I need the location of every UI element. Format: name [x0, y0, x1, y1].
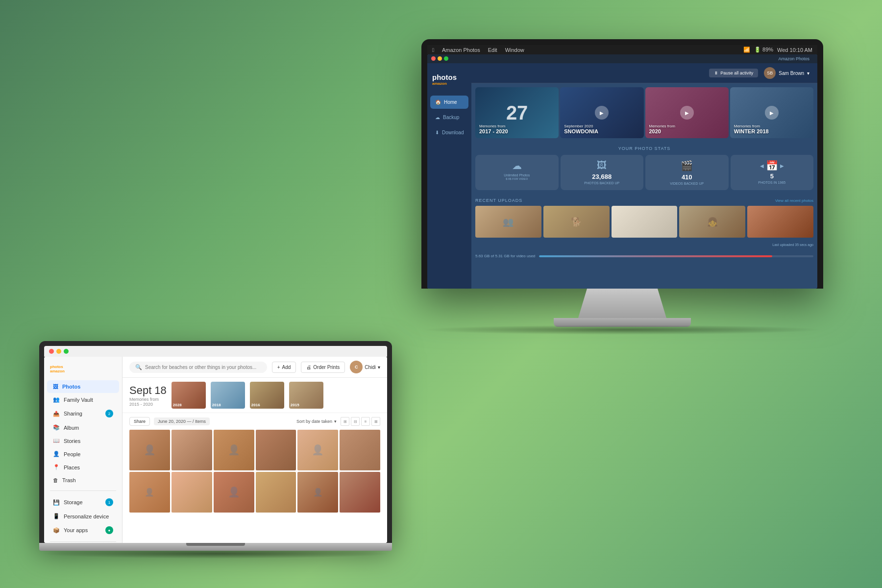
search-input[interactable]	[145, 365, 261, 370]
hero-sub: Memories from	[479, 124, 508, 128]
grid-view-1-button[interactable]: ⊞	[341, 417, 349, 426]
laptop-nav-your-apps[interactable]: 📦 Your apps ●	[47, 523, 119, 538]
sort-button[interactable]: Sort by date taken ▾	[296, 419, 337, 424]
minimize-button[interactable]	[438, 56, 442, 61]
laptop-nav-album[interactable]: 📚 Album	[47, 421, 119, 434]
snowdonia-bg: ▶ September 2020 SNOWDONIA	[560, 87, 643, 138]
stat-photos-value: 23,688	[564, 173, 641, 180]
user-name: Sam Brown	[779, 71, 804, 76]
order-prints-button[interactable]: 🖨 Order Prints	[301, 362, 345, 373]
laptop-main: 🔍 + Add 🖨 Order Prints C	[122, 357, 387, 543]
grid-view-4-button[interactable]: ⊠	[371, 417, 380, 426]
recent-photo-2[interactable]: 🐕	[543, 206, 610, 238]
memories-2020-bg: ▶ Memories from 2020	[645, 87, 729, 138]
hero-card-2020[interactable]: ▶ Memories from 2020	[645, 87, 729, 138]
recent-photo-1[interactable]: 👥	[475, 206, 541, 238]
apple-menu-icon[interactable]: 	[432, 47, 434, 53]
monitor-shadow	[421, 325, 823, 335]
maximize-button[interactable]	[444, 56, 448, 61]
apps-label: Your apps	[64, 527, 88, 533]
memory-thumb-2028[interactable]: 2028	[172, 382, 206, 409]
memories-strip: Sept 18 Memories from 2015 - 2020 2028 2…	[122, 378, 387, 413]
family-vault-label: Family Vault	[64, 397, 93, 403]
play-button[interactable]: ▶	[595, 106, 609, 120]
recent-title: RECENT UPLOADS	[475, 198, 522, 203]
photo-cell-3[interactable]: 👤	[214, 430, 254, 470]
laptop-search-bar[interactable]: 🔍	[129, 362, 267, 373]
sort-label: Sort by date taken	[296, 419, 332, 424]
photo-cell-5[interactable]: 👤	[297, 430, 338, 470]
video-icon: 🎬	[648, 160, 726, 172]
photo-cell-8[interactable]	[172, 472, 212, 513]
grid-view-2-button[interactable]: ⊟	[351, 417, 360, 426]
recent-photo-3[interactable]	[612, 206, 678, 238]
memories-2020-label: Memories from 2020	[649, 124, 675, 134]
photo-cell-2[interactable]	[172, 430, 212, 470]
desktop-app: photos amazon 🏠 Home ☁ Backup ⬇ Download	[427, 63, 817, 289]
pause-button[interactable]: ⏸ Pause all activity	[709, 69, 758, 77]
laptop-user-menu[interactable]: C Chidi ▾	[350, 361, 380, 373]
desktop-logo-text: photos	[432, 73, 457, 81]
laptop-nav-people[interactable]: 👤 People	[47, 447, 119, 461]
laptop-nav-family-vault[interactable]: 👥 Family Vault	[47, 393, 119, 406]
desktop-monitor:  Amazon Photos Edit Window 📶 🔋 89% Wed …	[421, 39, 823, 335]
memory-thumb-2015[interactable]: 2015	[289, 382, 323, 409]
sidebar-item-home[interactable]: 🏠 Home	[430, 96, 468, 109]
laptop-close-button[interactable]	[49, 349, 54, 354]
grid-view-3-button[interactable]: ≡	[361, 417, 370, 426]
photo-cell-6[interactable]	[340, 430, 380, 470]
laptop-nav-storage[interactable]: 💾 Storage 1	[47, 495, 119, 510]
sidebar-backup-label: Backup	[443, 115, 459, 120]
sort-dropdown-icon: ▾	[334, 419, 337, 424]
desktop-logo: photos amazon	[427, 69, 471, 94]
laptop-nav-sharing[interactable]: 📤 Sharing 2	[47, 406, 119, 421]
clock: Wed 10:10 AM	[777, 47, 812, 53]
memory-thumb-2016[interactable]: 2016	[250, 382, 284, 409]
memory-thumb-2018[interactable]: 2018	[211, 382, 245, 409]
photo-cell-9[interactable]: 👤	[214, 472, 254, 513]
laptop-logo-text: photos amazon	[50, 365, 65, 373]
photo-cell-4[interactable]	[256, 430, 296, 470]
winter-2018-bg: ▶ Memories from WINTER 2018	[730, 87, 813, 138]
laptop-nav-trash[interactable]: 🗑 Trash	[47, 474, 119, 487]
play-button-winter[interactable]: ▶	[765, 106, 779, 120]
photo-cell-12[interactable]	[340, 472, 380, 513]
view-all-link[interactable]: View all recent photos	[775, 198, 813, 203]
hero-card-snowdonia[interactable]: ▶ September 2020 SNOWDONIA	[560, 87, 643, 138]
recent-photo-4[interactable]: 👧	[679, 206, 745, 238]
window-menu-item[interactable]: Window	[505, 47, 524, 53]
photo-cell-7[interactable]: 👤	[129, 472, 170, 513]
edit-menu-item[interactable]: Edit	[488, 47, 497, 53]
pause-label: Pause all activity	[720, 71, 753, 75]
close-button[interactable]	[431, 56, 436, 61]
laptop-nav-personalize[interactable]: 📱 Personalize device	[47, 510, 119, 523]
hero-card-main[interactable]: 27 Memories from 2017 - 2020	[475, 87, 559, 138]
laptop-nav-places[interactable]: 📍 Places	[47, 461, 119, 474]
photo-grid-section: Share June 20, 2020 — / Items Sort by da…	[122, 413, 387, 543]
photo-cell-1[interactable]: 👤	[129, 430, 170, 470]
sidebar-item-download[interactable]: ⬇ Download	[430, 126, 468, 139]
snowdonia-label: September 2020 SNOWDONIA	[564, 124, 598, 134]
play-button-2020[interactable]: ▶	[680, 106, 694, 120]
home-icon: 🏠	[435, 99, 441, 105]
pause-icon: ⏸	[714, 71, 718, 75]
user-profile[interactable]: SB Sam Brown ▾	[764, 67, 809, 79]
prev-arrow[interactable]: ◀	[760, 163, 764, 169]
laptop-minimize-button[interactable]	[56, 349, 61, 354]
photo-cell-10[interactable]	[256, 472, 296, 513]
laptop-logo-sub: amazon	[50, 369, 65, 373]
share-button[interactable]: Share	[129, 417, 150, 426]
photo-cell-11[interactable]: 👤	[297, 472, 338, 513]
laptop-nav-photos[interactable]: 🖼 Photos	[47, 380, 119, 393]
next-arrow[interactable]: ▶	[780, 163, 784, 169]
sidebar-item-backup[interactable]: ☁ Backup	[430, 111, 468, 124]
laptop-nav-stories[interactable]: 📖 Stories	[47, 434, 119, 447]
hero-card-winter2018[interactable]: ▶ Memories from WINTER 2018	[730, 87, 813, 138]
add-button[interactable]: + Add	[272, 362, 296, 373]
nav-divider-2	[50, 541, 116, 542]
app-menu-item[interactable]: Amazon Photos	[442, 47, 480, 53]
laptop-maximize-button[interactable]	[64, 349, 69, 354]
download-icon: ⬇	[435, 130, 439, 135]
recent-photo-5[interactable]	[747, 206, 813, 238]
people-label: People	[64, 451, 80, 457]
